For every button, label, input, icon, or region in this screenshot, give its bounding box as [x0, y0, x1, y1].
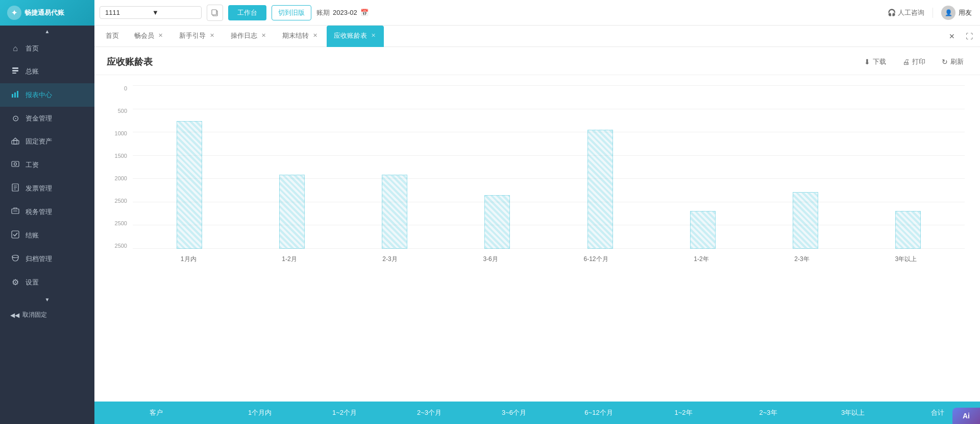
chart-wrapper: 2500 2500 2500 2000 1500 1000 500 0: [110, 85, 965, 269]
tax-icon: [10, 207, 20, 217]
tab-oplog[interactable]: 操作日志 ✕: [224, 26, 274, 47]
sidebar-item-archive[interactable]: 归档管理: [0, 247, 94, 271]
sidebar-item-settle[interactable]: 结账: [0, 224, 94, 247]
main-layout: ▲ ⌂ 首页 总账 报表中心 ⊙ 资金管理 固定资产: [0, 26, 980, 424]
th-3-6m: 3~6个月: [472, 408, 556, 417]
consult-button[interactable]: 🎧 人工咨询: [888, 8, 924, 17]
tab-member[interactable]: 畅会员 ✕: [127, 26, 171, 47]
logo-area: ✦ 畅捷通易代账: [0, 0, 94, 26]
x-label-3-6m: 3-6月: [483, 255, 498, 264]
bar-3y-plus: [895, 211, 921, 249]
content-area: 首页 畅会员 ✕ 新手引导 ✕ 操作日志 ✕ 期末结转 ✕ 应收账龄表 ✕: [94, 26, 980, 424]
sidebar-item-label: 归档管理: [26, 254, 52, 264]
y-label: 500: [118, 108, 127, 114]
assets-icon: [10, 136, 20, 147]
y-axis: 2500 2500 2500 2000 1500 1000 500 0: [110, 85, 130, 249]
sidebar-item-salary[interactable]: 工资: [0, 153, 94, 177]
cancel-fixed-button[interactable]: ◀◀ 取消固定: [0, 305, 94, 324]
period-label: 账期: [316, 8, 330, 17]
workbench-button[interactable]: 工作台: [228, 5, 266, 20]
download-button[interactable]: ⬇ 下载: [860, 55, 890, 68]
ai-badge[interactable]: Ai: [952, 408, 980, 424]
tab-close-icon[interactable]: ✕: [370, 31, 377, 40]
table-header: 客户 1个月内 1~2个月 2~3个月 3~6个月 6~12个月 1~2年 2~…: [94, 402, 980, 424]
tabs-actions: ✕ ⛶: [945, 30, 976, 43]
th-customer: 客户: [94, 408, 217, 417]
company-selector[interactable]: 1111 ▼: [100, 6, 202, 19]
sidebar-item-label: 首页: [26, 44, 39, 53]
tab-close-icon[interactable]: ✕: [260, 31, 267, 40]
sidebar-item-label: 资金管理: [26, 114, 52, 123]
logo-text: 畅捷通易代账: [24, 8, 64, 17]
sidebar-item-label: 税务管理: [26, 207, 52, 217]
scroll-up-arrow[interactable]: ▲: [0, 26, 94, 37]
top-header: ✦ 畅捷通易代账 1111 ▼ 工作台 切到旧版 账期 2023-02 📅 🎧 …: [0, 0, 980, 26]
sidebar-item-label: 工资: [26, 160, 39, 170]
calendar-icon[interactable]: 📅: [360, 9, 369, 16]
print-icon: 🖨: [902, 58, 910, 66]
y-label: 1000: [115, 130, 127, 136]
period-value: 2023-02: [333, 9, 357, 16]
sidebar-item-label: 设置: [26, 278, 39, 287]
bar-group-5: [587, 130, 613, 249]
bar-group-8: [895, 211, 921, 249]
svg-rect-8: [12, 140, 19, 144]
svg-rect-18: [12, 231, 19, 238]
sidebar-item-home[interactable]: ⌂ 首页: [0, 37, 94, 60]
x-label-1m: 1月内: [181, 255, 197, 264]
tab-home[interactable]: 首页: [99, 26, 126, 47]
user-area[interactable]: 👤 用友: [941, 6, 972, 20]
bar-3-6m: [484, 195, 510, 249]
y-label: 2000: [115, 175, 127, 181]
sidebar-item-label: 结账: [26, 231, 39, 240]
y-label: 0: [124, 85, 127, 91]
settings-icon: ⚙: [10, 277, 20, 287]
print-button[interactable]: 🖨 打印: [898, 55, 929, 68]
headset-icon: 🎧: [888, 9, 896, 16]
bar-group-6: [690, 211, 716, 249]
company-name: 1111: [105, 9, 149, 16]
scroll-down-arrow[interactable]: ▼: [0, 294, 94, 305]
chevron-down-icon: ▼: [152, 9, 196, 16]
x-label-2-3y: 2-3年: [794, 255, 809, 264]
close-tab-button[interactable]: ✕: [945, 30, 959, 43]
x-label-1-2y: 1-2年: [694, 255, 708, 264]
th-1m: 1个月内: [217, 408, 302, 417]
funds-icon: ⊙: [10, 113, 20, 123]
tab-label: 首页: [106, 31, 119, 40]
tab-ar-aging[interactable]: 应收账龄表 ✕: [327, 26, 384, 47]
pin-icon: ◀◀: [10, 312, 19, 319]
svg-rect-2: [12, 67, 18, 69]
sidebar-item-assets[interactable]: 固定资产: [0, 130, 94, 153]
sidebar-item-funds[interactable]: ⊙ 资金管理: [0, 107, 94, 130]
switch-old-button[interactable]: 切到旧版: [272, 5, 311, 20]
tab-guide[interactable]: 新手引导 ✕: [172, 26, 223, 47]
page-title: 应收账龄表: [107, 56, 153, 68]
bar-group-3: [382, 175, 407, 249]
svg-rect-4: [12, 73, 16, 74]
logo-icon: ✦: [7, 6, 21, 20]
y-label: 2500: [115, 198, 127, 204]
reports-icon: [10, 90, 20, 100]
copy-icon-button[interactable]: [207, 5, 223, 21]
refresh-button[interactable]: ↻ 刷新: [938, 55, 968, 68]
tab-label: 畅会员: [134, 31, 154, 40]
sidebar-item-reports[interactable]: 报表中心: [0, 83, 94, 107]
tab-close-icon[interactable]: ✕: [157, 31, 164, 40]
svg-rect-7: [17, 91, 18, 98]
expand-tab-button[interactable]: ⛶: [963, 30, 976, 43]
tab-period-end[interactable]: 期末结转 ✕: [275, 26, 326, 47]
svg-rect-10: [12, 161, 19, 167]
chart-inner: [133, 85, 965, 249]
tab-close-icon[interactable]: ✕: [209, 31, 215, 40]
sidebar-item-ledger[interactable]: 总账: [0, 60, 94, 83]
home-icon: ⌂: [10, 44, 20, 53]
tab-close-icon[interactable]: ✕: [312, 31, 318, 40]
sidebar-item-invoice[interactable]: 发票管理: [0, 177, 94, 200]
download-label: 下载: [873, 57, 886, 66]
sidebar-item-settings[interactable]: ⚙ 设置: [0, 271, 94, 294]
sidebar-item-tax[interactable]: 税务管理: [0, 200, 94, 224]
page-header: 应收账龄表 ⬇ 下载 🖨 打印 ↻ 刷新: [94, 47, 980, 75]
th-6-12m: 6~12个月: [556, 408, 641, 417]
bar-group-1: [177, 121, 202, 249]
